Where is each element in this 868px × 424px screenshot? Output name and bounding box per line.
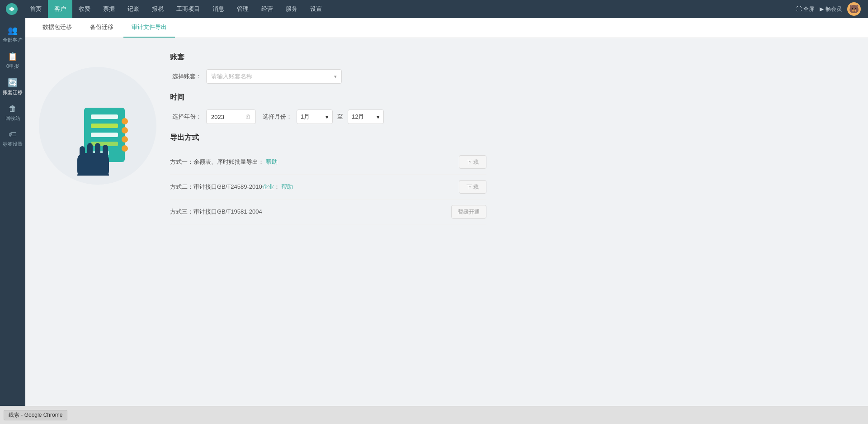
top-nav-right: ⛶ 全屏 ▶ 畅会员 🐻 (796, 2, 868, 16)
page-content: 账套 选择账套： 请输入账套名称 ▾ 时间 选择年份： 2023 (25, 38, 868, 406)
svg-rect-3 (91, 124, 118, 128)
help-link-2[interactable]: 帮助 (281, 183, 293, 190)
account-select-label: 选择账套： (170, 72, 202, 81)
time-section-title: 时间 (170, 93, 486, 102)
enterprise-label: 企业 (262, 183, 274, 190)
time-row: 选择年份： 2023 🗓 选择月份： 1月 ▾ 至 12月 ▾ (170, 110, 486, 124)
nav-manage[interactable]: 管理 (231, 0, 255, 18)
svg-rect-2 (91, 114, 118, 119)
account-placeholder: 请输入账套名称 (211, 72, 252, 81)
chevron-down-icon: ▾ (334, 74, 337, 80)
svg-rect-13 (80, 146, 85, 162)
sidebar: 👥 全部客户 📋 0申报 🔄 账套迁移 🗑 回收站 🏷 标签设置 (0, 18, 25, 406)
month-to-value: 12月 (352, 113, 364, 121)
download-button-2[interactable]: 下 载 (459, 180, 486, 194)
nav-customer[interactable]: 客户 (48, 0, 72, 18)
nav-bookkeeping[interactable]: 记账 (121, 0, 146, 18)
illustration-svg (52, 76, 143, 176)
tab-data-migration[interactable]: 数据包迁移 (34, 18, 80, 38)
account-section-title: 账套 (170, 52, 486, 62)
sidebar-item-all-customers[interactable]: 👥 全部客户 (0, 22, 25, 47)
illustration-circle (39, 67, 156, 185)
svg-rect-4 (91, 133, 118, 137)
fullscreen-button[interactable]: ⛶ 全屏 (796, 5, 814, 13)
chevron-down-icon-month: ▾ (326, 114, 329, 120)
open-button[interactable]: 暂缓开通 (451, 205, 486, 219)
export-method-1-text: 方式一：余额表、序时账批量导出： 帮助 (170, 158, 278, 166)
to-text: 至 (337, 113, 343, 121)
logo[interactable] (4, 1, 20, 17)
zero-declare-icon: 📋 (8, 52, 18, 62)
export-method-2-text: 方式二：审计接口GB/T24589-2010企业： 帮助 (170, 183, 293, 191)
content-area: 数据包迁移 备份迁移 审计文件导出 (25, 18, 868, 406)
svg-rect-16 (103, 145, 108, 160)
member-icon: ▶ (820, 6, 824, 12)
year-input[interactable]: 2023 🗓 (206, 110, 256, 124)
tab-audit-export[interactable]: 审计文件导出 (123, 18, 175, 38)
sidebar-item-account-migrate[interactable]: 🔄 账套迁移 (0, 74, 25, 100)
sidebar-item-recycle[interactable]: 🗑 回收站 (0, 100, 25, 125)
svg-point-10 (122, 145, 128, 152)
account-select-box[interactable]: 请输入账套名称 ▾ (206, 69, 342, 84)
nav-billing[interactable]: 收费 (72, 0, 97, 18)
month-to-select[interactable]: 12月 ▾ (348, 110, 384, 124)
fullscreen-icon: ⛶ (796, 6, 802, 12)
form-area: 账套 选择账套： 请输入账套名称 ▾ 时间 选择年份： 2023 (170, 49, 486, 395)
nav-service[interactable]: 服务 (279, 0, 304, 18)
account-select-row: 选择账套： 请输入账套名称 ▾ (170, 69, 486, 84)
nav-invoice[interactable]: 票据 (97, 0, 121, 18)
nav-home[interactable]: 首页 (24, 0, 48, 18)
export-method-3-text: 方式三：审计接口GB/T19581-2004 (170, 208, 262, 216)
month-from-label: 选择月份： (260, 113, 292, 121)
nav-business[interactable]: 工商项目 (170, 0, 206, 18)
sidebar-item-zero-declare[interactable]: 📋 0申报 (0, 48, 25, 73)
account-input-wrap: 请输入账套名称 ▾ (206, 69, 342, 84)
taskbar-chrome[interactable]: 线索 - Google Chrome (4, 410, 67, 420)
all-customers-icon: 👥 (8, 25, 18, 35)
month-from-select[interactable]: 1月 ▾ (297, 110, 333, 124)
year-label: 选择年份： (170, 113, 202, 121)
month-from-value: 1月 (301, 113, 310, 121)
export-method-1: 方式一：余额表、序时账批量导出： 帮助 下 载 (170, 150, 486, 175)
avatar[interactable]: 🐻 (847, 2, 861, 16)
export-method-3: 方式三：审计接口GB/T19581-2004 暂缓开通 (170, 200, 486, 224)
export-method-2: 方式二：审计接口GB/T24589-2010企业： 帮助 下 载 (170, 175, 486, 200)
svg-rect-15 (95, 143, 100, 160)
help-link-1[interactable]: 帮助 (266, 158, 278, 165)
nav-tax[interactable]: 报税 (146, 0, 170, 18)
taskbar: 线索 - Google Chrome (0, 406, 868, 424)
svg-point-7 (122, 118, 128, 124)
tab-backup-migration[interactable]: 备份迁移 (82, 18, 122, 38)
recycle-icon: 🗑 (9, 104, 17, 114)
nav-settings[interactable]: 设置 (304, 0, 328, 18)
sidebar-item-tag-settings[interactable]: 🏷 标签设置 (0, 126, 25, 151)
member-button[interactable]: ▶ 畅会员 (820, 5, 842, 13)
tag-settings-icon: 🏷 (9, 130, 17, 139)
year-value: 2023 (211, 114, 224, 120)
nav-message[interactable]: 消息 (206, 0, 231, 18)
export-section-title: 导出方式 (170, 133, 486, 143)
chevron-down-icon-month-to: ▾ (377, 114, 380, 120)
calendar-icon: 🗓 (245, 114, 251, 120)
svg-point-9 (122, 136, 128, 143)
illustration-container (39, 49, 156, 395)
export-section: 导出方式 方式一：余额表、序时账批量导出： 帮助 下 载 方式二：审计接口GB/… (170, 133, 486, 224)
download-button-1[interactable]: 下 载 (459, 155, 486, 169)
account-migrate-icon: 🔄 (8, 78, 18, 88)
nav-operation[interactable]: 经营 (255, 0, 279, 18)
svg-rect-14 (87, 143, 93, 160)
top-nav-items: 首页 客户 收费 票据 记账 报税 工商项目 消息 管理 经营 服务 设置 (24, 0, 796, 18)
tabs-bar: 数据包迁移 备份迁移 审计文件导出 (25, 18, 868, 38)
svg-point-8 (122, 127, 128, 133)
main-layout: 👥 全部客户 📋 0申报 🔄 账套迁移 🗑 回收站 🏷 标签设置 数据包迁移 备… (0, 18, 868, 406)
top-nav: 首页 客户 收费 票据 记账 报税 工商项目 消息 管理 经营 服务 设置 ⛶ … (0, 0, 868, 18)
